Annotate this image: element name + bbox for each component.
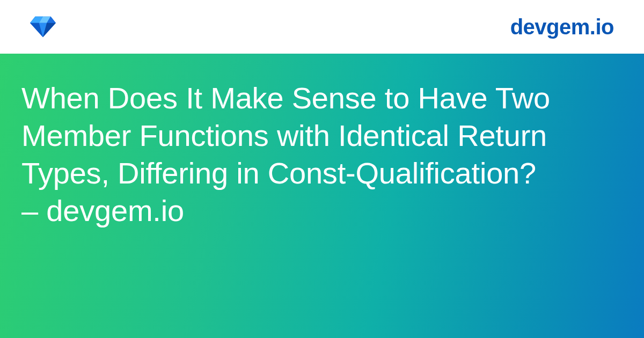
hero-section: When Does It Make Sense to Have Two Memb…	[0, 54, 644, 338]
gem-icon	[30, 16, 56, 38]
brand-label: devgem.io	[510, 15, 614, 39]
og-card: devgem.io When Does It Make Sense to Hav…	[0, 0, 644, 338]
header-bar: devgem.io	[0, 0, 644, 54]
page-title: When Does It Make Sense to Have Two Memb…	[21, 79, 558, 230]
